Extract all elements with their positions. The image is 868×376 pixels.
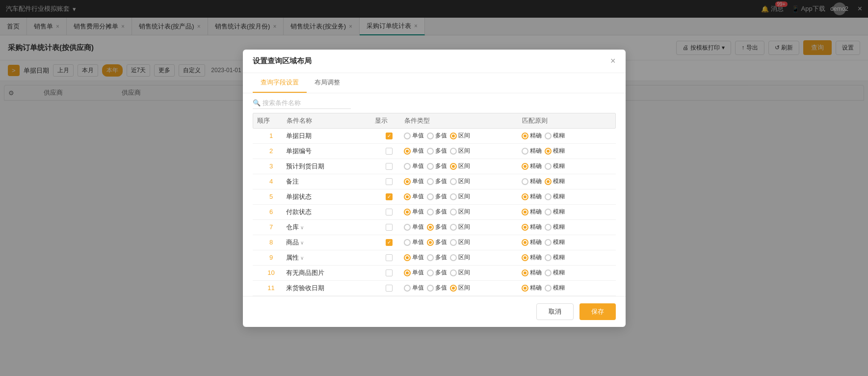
type-option-单值-2[interactable]: 单值: [404, 162, 424, 170]
radio-circle-icon: [545, 209, 552, 215]
radio-label: 多值: [435, 162, 447, 170]
type-option-单值-4[interactable]: 单值: [404, 192, 424, 201]
search-icon: 🔍: [253, 99, 261, 107]
match-option-模糊-4[interactable]: 模糊: [545, 192, 565, 201]
display-checkbox-7[interactable]: ✓: [386, 239, 393, 246]
search-input[interactable]: [263, 99, 341, 107]
type-option-多值-1[interactable]: 多值: [427, 147, 447, 155]
radio-circle-icon: [450, 254, 457, 261]
display-checkbox-3[interactable]: [386, 178, 393, 185]
type-option-多值-4[interactable]: 多值: [427, 192, 447, 201]
match-option-模糊-8[interactable]: 模糊: [545, 253, 565, 262]
table-row: 1单据日期✓单值多值区间精确模糊: [253, 129, 616, 144]
match-option-精确-8[interactable]: 精确: [522, 253, 542, 262]
row-order-0: 1: [257, 132, 286, 139]
match-option-模糊-1[interactable]: 模糊: [545, 147, 565, 155]
save-button[interactable]: 保存: [579, 303, 616, 320]
type-option-区间-0[interactable]: 区间: [450, 132, 470, 140]
radio-circle-icon: [404, 133, 411, 139]
match-option-模糊-6[interactable]: 模糊: [545, 223, 565, 231]
type-option-多值-9[interactable]: 多值: [427, 269, 447, 277]
dialog-tab-query[interactable]: 查询字段设置: [253, 73, 307, 93]
radio-label: 模糊: [553, 132, 565, 140]
type-option-单值-8[interactable]: 单值: [404, 253, 424, 262]
search-wrapper: 🔍: [253, 99, 351, 109]
type-option-多值-6[interactable]: 多值: [427, 223, 447, 231]
match-option-精确-7[interactable]: 精确: [522, 238, 542, 246]
match-option-精确-10[interactable]: 精确: [522, 284, 542, 292]
radio-circle-icon: [427, 193, 434, 200]
match-option-精确-6[interactable]: 精确: [522, 223, 542, 231]
radio-label: 精确: [530, 223, 542, 231]
radio-circle-icon: [404, 269, 411, 276]
type-option-单值-9[interactable]: 单值: [404, 269, 424, 277]
type-option-单值-10[interactable]: 单值: [404, 284, 424, 292]
type-option-区间-4[interactable]: 区间: [450, 192, 470, 201]
match-option-模糊-0[interactable]: 模糊: [545, 132, 565, 140]
radio-circle-icon: [522, 239, 528, 246]
dialog-overlay: 设置查询区域布局 × 查询字段设置 布局调整 🔍: [0, 0, 868, 376]
display-checkbox-4[interactable]: ✓: [386, 193, 393, 200]
row-match-1: 精确模糊: [522, 147, 620, 155]
display-checkbox-10[interactable]: [386, 285, 393, 292]
dialog-close-button[interactable]: ×: [610, 56, 616, 72]
radio-circle-icon: [545, 254, 552, 261]
match-option-模糊-3[interactable]: 模糊: [545, 177, 565, 186]
row-display-4: ✓: [374, 193, 404, 200]
dialog-title: 设置查询区域布局: [253, 56, 312, 73]
match-option-模糊-7[interactable]: 模糊: [545, 238, 565, 246]
type-option-区间-7[interactable]: 区间: [450, 238, 470, 246]
type-option-多值-0[interactable]: 多值: [427, 132, 447, 140]
row-type-10: 单值多值区间: [404, 284, 522, 292]
match-option-模糊-2[interactable]: 模糊: [545, 162, 565, 170]
table-row: 6付款状态单值多值区间精确模糊: [253, 205, 616, 220]
type-option-区间-2[interactable]: 区间: [450, 162, 470, 170]
row-order-1: 2: [257, 147, 286, 155]
type-option-多值-3[interactable]: 多值: [427, 177, 447, 186]
type-option-多值-2[interactable]: 多值: [427, 162, 447, 170]
type-option-区间-1[interactable]: 区间: [450, 147, 470, 155]
match-option-精确-1[interactable]: 精确: [522, 147, 542, 155]
type-option-区间-3[interactable]: 区间: [450, 177, 470, 186]
match-option-精确-0[interactable]: 精确: [522, 132, 542, 140]
type-option-单值-7[interactable]: 单值: [404, 238, 424, 246]
display-checkbox-9[interactable]: [386, 269, 393, 276]
radio-label: 单值: [412, 162, 424, 170]
type-option-单值-3[interactable]: 单值: [404, 177, 424, 186]
row-type-9: 单值多值区间: [404, 269, 522, 277]
display-checkbox-6[interactable]: [386, 224, 393, 231]
cancel-button[interactable]: 取消: [536, 303, 574, 320]
type-option-区间-6[interactable]: 区间: [450, 223, 470, 231]
match-option-精确-3[interactable]: 精确: [522, 177, 542, 186]
match-option-精确-4[interactable]: 精确: [522, 192, 542, 201]
radio-label: 区间: [458, 177, 470, 186]
type-option-区间-9[interactable]: 区间: [450, 269, 470, 277]
display-checkbox-1[interactable]: [386, 148, 393, 155]
type-option-多值-7[interactable]: 多值: [427, 238, 447, 246]
match-option-模糊-10[interactable]: 模糊: [545, 284, 565, 292]
match-option-模糊-5[interactable]: 模糊: [545, 208, 565, 216]
match-option-精确-5[interactable]: 精确: [522, 208, 542, 216]
type-option-区间-5[interactable]: 区间: [450, 208, 470, 216]
match-option-精确-9[interactable]: 精确: [522, 269, 542, 277]
dialog-rows-container: 1单据日期✓单值多值区间精确模糊2单据编号单值多值区间精确模糊3预计到货日期单值…: [253, 129, 616, 296]
type-option-单值-0[interactable]: 单值: [404, 132, 424, 140]
dialog-tab-layout[interactable]: 布局调整: [307, 73, 348, 93]
row-display-5: [374, 209, 404, 215]
radio-label: 模糊: [553, 192, 565, 201]
display-checkbox-0[interactable]: ✓: [386, 133, 393, 139]
display-checkbox-5[interactable]: [386, 209, 393, 215]
type-option-多值-10[interactable]: 多值: [427, 284, 447, 292]
type-option-多值-8[interactable]: 多值: [427, 253, 447, 262]
type-option-区间-8[interactable]: 区间: [450, 253, 470, 262]
type-option-多值-5[interactable]: 多值: [427, 208, 447, 216]
type-option-单值-1[interactable]: 单值: [404, 147, 424, 155]
match-option-精确-2[interactable]: 精确: [522, 162, 542, 170]
match-option-模糊-9[interactable]: 模糊: [545, 269, 565, 277]
type-option-单值-5[interactable]: 单值: [404, 208, 424, 216]
type-option-单值-6[interactable]: 单值: [404, 223, 424, 231]
display-checkbox-2[interactable]: [386, 163, 393, 170]
display-checkbox-8[interactable]: [386, 254, 393, 261]
radio-circle-icon: [427, 224, 434, 231]
type-option-区间-10[interactable]: 区间: [450, 284, 470, 292]
